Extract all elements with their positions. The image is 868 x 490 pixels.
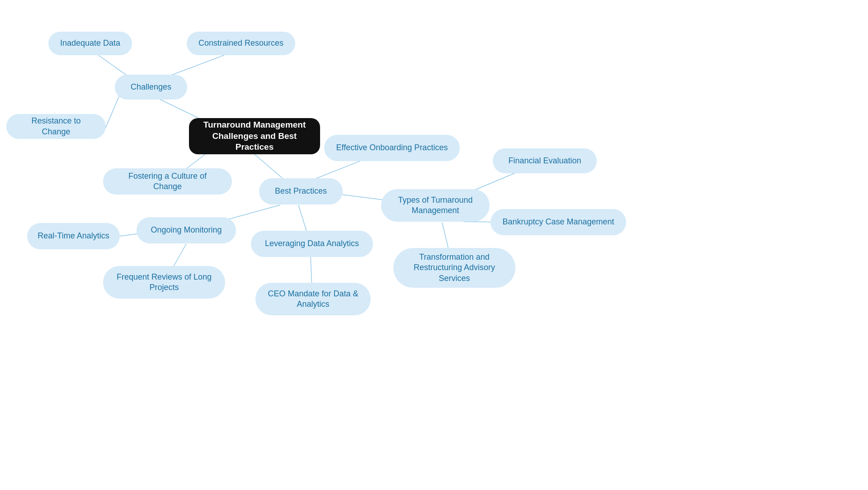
challenges-label: Challenges xyxy=(131,82,171,92)
svg-line-3 xyxy=(105,95,119,128)
financial-evaluation-node[interactable]: Financial Evaluation xyxy=(493,148,597,173)
ceo-mandate-label: CEO Mandate for Data & Analytics xyxy=(268,289,358,310)
leveraging-data-node[interactable]: Leveraging Data Analytics xyxy=(251,231,373,257)
fostering-culture-label: Fostering a Culture of Change xyxy=(113,171,222,192)
best-practices-node[interactable]: Best Practices xyxy=(259,178,343,205)
inadequate-data-label: Inadequate Data xyxy=(60,38,120,48)
transformation-label: Transformation and Restructuring Advisor… xyxy=(414,252,495,284)
challenges-node[interactable]: Challenges xyxy=(115,75,187,100)
real-time-analytics-node[interactable]: Real-Time Analytics xyxy=(27,223,120,249)
types-turnaround-node[interactable]: Types of Turnaround Management xyxy=(381,189,490,222)
ceo-mandate-node[interactable]: CEO Mandate for Data & Analytics xyxy=(255,283,371,315)
leveraging-data-label: Leveraging Data Analytics xyxy=(265,238,359,249)
ongoing-monitoring-label: Ongoing Monitoring xyxy=(151,225,222,235)
transformation-node[interactable]: Transformation and Restructuring Advisor… xyxy=(393,248,515,288)
types-turnaround-label: Types of Turnaround Management xyxy=(398,195,472,216)
fostering-culture-node[interactable]: Fostering a Culture of Change xyxy=(103,168,232,195)
effective-onboarding-label: Effective Onboarding Practices xyxy=(336,143,448,153)
bankruptcy-case-node[interactable]: Bankruptcy Case Management xyxy=(491,209,626,235)
effective-onboarding-node[interactable]: Effective Onboarding Practices xyxy=(324,135,460,161)
frequent-reviews-label: Frequent Reviews of Long Projects xyxy=(117,272,212,293)
ongoing-monitoring-node[interactable]: Ongoing Monitoring xyxy=(137,217,236,243)
resistance-to-change-label: Resistance to Change xyxy=(16,116,96,137)
financial-evaluation-label: Financial Evaluation xyxy=(508,156,581,166)
center-label: Turnaround Management Challenges and Bes… xyxy=(199,119,310,153)
real-time-analytics-label: Real-Time Analytics xyxy=(38,231,109,241)
center-node[interactable]: Turnaround Management Challenges and Bes… xyxy=(189,118,320,154)
constrained-resources-label: Constrained Resources xyxy=(198,38,283,48)
resistance-to-change-node[interactable]: Resistance to Change xyxy=(6,114,106,139)
best-practices-label: Best Practices xyxy=(275,186,327,196)
inadequate-data-node[interactable]: Inadequate Data xyxy=(48,32,132,55)
bankruptcy-case-label: Bankruptcy Case Management xyxy=(502,217,614,227)
frequent-reviews-node[interactable]: Frequent Reviews of Long Projects xyxy=(103,266,225,299)
constrained-resources-node[interactable]: Constrained Resources xyxy=(187,32,295,55)
